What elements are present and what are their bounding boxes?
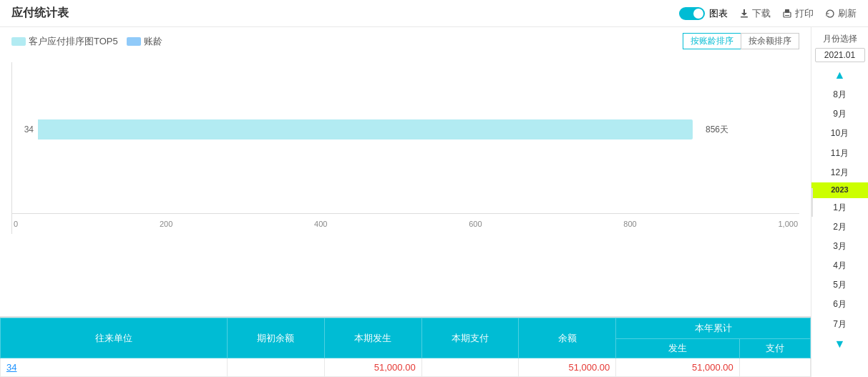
month-item-9[interactable]: 9月 — [811, 104, 868, 124]
sort-buttons: 按账龄排序 按余额排序 — [683, 33, 799, 49]
sidebar-up-button[interactable]: ▲ — [832, 67, 849, 84]
sidebar-title: 月份选择 — [823, 30, 857, 48]
chart-toggle-wrap: 图表 — [679, 7, 728, 20]
page-title: 应付统计表 — [11, 6, 69, 21]
month-item-7[interactable]: 7月 — [811, 315, 868, 334]
x-tick-400: 400 — [314, 220, 327, 228]
year-marker-2023: 2023 — [811, 182, 868, 198]
cell-opening — [227, 358, 324, 377]
bar-row-34: 34 856天 — [38, 119, 799, 139]
x-tick-200: 200 — [160, 220, 172, 228]
table-row: 34 51,000.00 51,000.00 51,000.00 — [1, 358, 811, 377]
legend-series-item: 账龄 — [127, 35, 162, 48]
svg-rect-0 — [741, 16, 748, 18]
refresh-label: 刷新 — [838, 7, 857, 20]
refresh-icon — [825, 9, 835, 19]
collapse-button[interactable]: ▶ — [811, 188, 813, 217]
x-axis-ticks: 0 200 400 600 800 1,000 — [12, 220, 799, 228]
main-content: 客户应付排序图TOP5 账龄 按账龄排序 按余额排序 34 — [0, 27, 868, 377]
month-item-12[interactable]: 12月 — [811, 163, 868, 182]
x-tick-0: 0 — [14, 220, 18, 228]
col-unit-header: 往来单位 — [1, 318, 228, 358]
svg-rect-2 — [785, 9, 789, 13]
legend-color-series — [127, 37, 141, 46]
header-actions: 图表 下载 打印 刷新 — [679, 7, 857, 20]
download-label: 下载 — [752, 7, 771, 20]
month-item-4[interactable]: 4月 — [811, 256, 868, 275]
chart-toggle-label: 图表 — [709, 7, 728, 20]
cell-unit[interactable]: 34 — [1, 358, 228, 377]
print-button[interactable]: 打印 — [782, 7, 814, 20]
col-balance-header: 余额 — [519, 318, 616, 358]
legend-bar: 客户应付排序图TOP5 账龄 按账龄排序 按余额排序 — [0, 27, 811, 55]
svg-rect-1 — [784, 12, 791, 17]
col-ytd-occur-header: 发生 — [616, 339, 740, 358]
cell-ytd-pay — [739, 358, 810, 377]
month-item-10[interactable]: 10月 — [811, 124, 868, 143]
sort-by-amount-button[interactable]: 按余额排序 — [741, 33, 799, 49]
download-icon — [739, 9, 749, 19]
month-item-11[interactable]: 11月 — [811, 144, 868, 163]
month-item-5[interactable]: 5月 — [811, 275, 868, 295]
col-ytd-header: 本年累计 — [616, 318, 811, 339]
legend-series-label: 账龄 — [144, 35, 162, 48]
chart-area: 客户应付排序图TOP5 账龄 按账龄排序 按余额排序 34 — [0, 27, 811, 377]
sort-by-balance-button[interactable]: 按账龄排序 — [683, 33, 741, 49]
bar-value-34: 856天 — [706, 124, 728, 136]
refresh-button[interactable]: 刷新 — [825, 7, 857, 20]
page-header: 应付统计表 图表 下载 打印 刷新 — [0, 0, 868, 27]
cell-occur: 51,000.00 — [324, 358, 421, 377]
x-tick-600: 600 — [469, 220, 482, 228]
sidebar-down-button[interactable]: ▼ — [832, 336, 849, 353]
bar-chart-wrap: 34 856天 0 200 400 600 800 1,000 — [0, 55, 811, 316]
col-occur-header: 本期发生 — [324, 318, 421, 358]
legend-color-chart — [11, 37, 26, 46]
col-ytd-pay-header: 支付 — [739, 339, 810, 358]
download-button[interactable]: 下载 — [739, 7, 771, 20]
legend-chart-item: 客户应付排序图TOP5 — [11, 35, 118, 48]
bar-label-34: 34 — [12, 124, 34, 134]
x-tick-800: 800 — [623, 220, 636, 228]
month-item-6[interactable]: 6月 — [811, 295, 868, 314]
month-item-1[interactable]: 1月 — [811, 198, 868, 217]
x-tick-1000: 1,000 — [778, 220, 798, 228]
table-area: 往来单位 期初余额 本期发生 本期支付 余额 本年累计 发生 支付 — [0, 316, 811, 377]
sidebar-date-input[interactable] — [815, 48, 865, 62]
data-table: 往来单位 期初余额 本期发生 本期支付 余额 本年累计 发生 支付 — [0, 318, 811, 377]
cell-balance: 51,000.00 — [519, 358, 616, 377]
print-icon — [782, 9, 792, 19]
col-pay-header: 本期支付 — [421, 318, 519, 358]
svg-rect-3 — [785, 15, 789, 16]
legend-chart-label: 客户应付排序图TOP5 — [29, 35, 118, 48]
month-sidebar: ▶ 月份选择 ▲ 8月 9月 10月 11月 12月 2023 1月 2月 3月… — [811, 27, 868, 377]
month-item-2[interactable]: 2月 — [811, 217, 868, 237]
table-header-row1: 往来单位 期初余额 本期发生 本期支付 余额 本年累计 — [1, 318, 811, 339]
cell-pay — [421, 358, 519, 377]
cell-ytd-occur: 51,000.00 — [616, 358, 740, 377]
bar-chart: 34 856天 0 200 400 600 800 1,000 — [11, 62, 799, 234]
month-item-3[interactable]: 3月 — [811, 237, 868, 256]
bar-34: 856天 — [38, 119, 693, 139]
x-axis-line — [12, 213, 799, 214]
col-opening-header: 期初余额 — [227, 318, 324, 358]
chart-toggle[interactable] — [679, 7, 705, 20]
month-item-8[interactable]: 8月 — [811, 85, 868, 104]
print-label: 打印 — [795, 7, 814, 20]
